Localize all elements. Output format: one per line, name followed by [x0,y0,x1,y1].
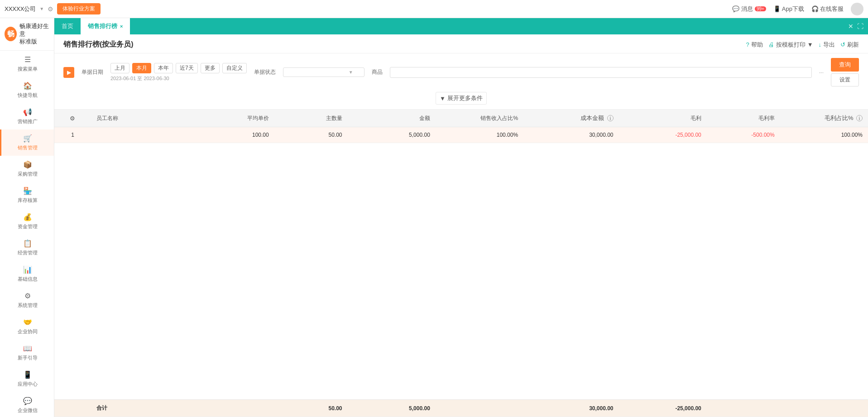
cell-rank: 1 [54,127,91,143]
sidebar-item-system[interactable]: ⚙ 系统管理 [0,287,54,313]
status-select[interactable]: ▼ [283,67,364,77]
sidebar-item-operations[interactable]: 📋 经营管理 [0,235,54,261]
tab-home[interactable]: 首页 [54,18,81,34]
last-month-btn[interactable]: 上月 [110,63,129,73]
inventory-icon: 🏪 [23,187,32,195]
footer-blank [54,400,91,417]
query-button[interactable]: 查询 [831,58,859,72]
refresh-button[interactable]: ↺ 刷新 [840,41,859,49]
tab-sales-ranking[interactable]: 销售排行榜 × [81,18,130,34]
export-icon: ↓ [819,41,822,48]
page-header: 销售排行榜(按业务员) ? 帮助 🖨 按模板打印 ▼ ↓ 导出 [54,34,868,53]
tab-bar: 首页 销售排行榜 × ✕ ⛶ [54,18,868,34]
goods-label: 商品 [372,68,383,76]
message-badge: 99+ [755,6,766,11]
app-center-icon: 📱 [23,370,32,379]
print-button[interactable]: 🖨 按模板打印 ▼ [768,41,813,49]
tab-actions: ✕ ⛶ [844,23,868,30]
this-year-btn[interactable]: 本年 [154,63,173,73]
sidebar-item-marketing[interactable]: 📢 营销推广 [0,103,54,129]
filter-bar: ▶ 单据日期 上月 本月 本年 近7天 更多 自定义 2023-06-01 至 … [54,53,868,110]
print-icon: 🖨 [768,41,774,48]
date-options: 上月 本月 本年 近7天 更多 自定义 [110,63,247,73]
expand-button[interactable]: ▼ 展开更多条件 [436,92,487,105]
page-content: 销售排行榜(按业务员) ? 帮助 🖨 按模板打印 ▼ ↓ 导出 [54,34,868,417]
sidebar-item-wechat[interactable]: 💬 企业微信 [0,392,54,417]
trial-button[interactable]: 体验行业方案 [57,3,101,14]
filter-more-icon[interactable]: ··· [819,69,824,76]
last7-btn[interactable]: 近7天 [176,63,198,73]
headset-icon: 🎧 [811,5,819,12]
marketing-icon: 📢 [23,108,32,116]
sidebar-item-quick-nav[interactable]: 🏠 快捷导航 [0,77,54,103]
th-avg-price: 平均单价 [201,110,274,127]
cell-gross: -25,000.00 [619,127,707,143]
footer-gross-rate [707,400,780,417]
company-name: XXXXX公司 [5,5,36,13]
table-footer: 合计 50.00 5,000.00 30,000.00 -25,000.00 [54,399,868,417]
sidebar-item-purchase[interactable]: 📦 采购管理 [0,156,54,182]
sidebar-item-basic-info[interactable]: 📊 基础信息 [0,261,54,287]
expand-icon: ▼ [440,95,446,102]
guide-icon: 📖 [23,344,32,353]
sidebar-item-enterprise[interactable]: 🤝 企业协同 [0,313,54,340]
top-bar-left: XXXXX公司 ▼ ⚙ 体验行业方案 [5,3,732,14]
sidebar-logo: 畅 畅康通好生意 标准版 [0,18,54,51]
table-header-row: ⚙ 员工名称 平均单价 主数量 金额 销售收入占比% 成本金额 ℹ 毛利 [54,110,868,127]
query-actions: 查询 设置 [831,58,859,86]
help-icon: ? [746,41,749,48]
operations-icon: 📋 [23,239,32,248]
online-service-btn[interactable]: 🎧 在线客服 [811,5,844,13]
cost-info-icon[interactable]: ℹ [607,115,614,121]
cell-total: 5,000.00 [348,127,436,143]
filter-toggle-button[interactable]: ▶ [63,67,74,78]
tab-close-icon[interactable]: × [120,24,123,29]
sidebar-item-inventory[interactable]: 🏪 库存核算 [0,182,54,208]
th-gross: 毛利 [619,110,707,127]
th-total: 金额 [348,110,436,127]
refresh-icon: ↺ [840,41,845,48]
custom-btn[interactable]: 自定义 [222,63,247,73]
app-download-btn[interactable]: 📱 App下载 [773,5,804,13]
sidebar-item-app-center[interactable]: 📱 应用中心 [0,366,54,392]
more-btn[interactable]: 更多 [201,63,220,73]
settings-button[interactable]: 设置 [831,73,859,86]
cell-cost: 30,000.00 [523,127,619,143]
cell-gross-rate: -500.00% [707,127,780,143]
enterprise-icon: 🤝 [23,318,32,326]
company-settings-icon[interactable]: ⚙ [48,5,53,13]
sidebar-item-sales[interactable]: 🛒 销售管理 [0,129,54,156]
sidebar-item-finance[interactable]: 💰 资金管理 [0,208,54,235]
sidebar-item-guide[interactable]: 📖 新手引导 [0,340,54,366]
print-dropdown-icon[interactable]: ▼ [807,41,813,48]
footer-sales-pct [436,400,523,417]
window-max-icon[interactable]: ⛶ [857,23,863,30]
window-close-icon[interactable]: ✕ [848,23,854,30]
th-gear-icon[interactable]: ⚙ [70,115,75,122]
logo-icon: 畅 [5,27,17,41]
content-area: 首页 销售排行榜 × ✕ ⛶ 销售排行榜(按业务员) ? 帮助 [54,18,868,417]
company-dropdown-icon[interactable]: ▼ [39,6,44,11]
goods-input[interactable] [390,67,812,78]
logo-text: 畅康通好生意 标准版 [19,23,49,46]
cell-gross-pct: 100.00% [780,127,868,143]
export-button[interactable]: ↓ 导出 [819,41,835,49]
main-layout: 畅 畅康通好生意 标准版 ☰ 搜索菜单 🏠 快捷导航 📢 营销推广 🛒 销售管理… [0,18,868,417]
cell-sales-pct: 100.00% [436,127,523,143]
avatar[interactable] [851,3,863,15]
help-button[interactable]: ? 帮助 [746,41,762,49]
th-gross-pct: 毛利占比% ℹ [780,110,868,127]
grosspct-info-icon[interactable]: ℹ [856,115,863,121]
sidebar-item-search-order[interactable]: ☰ 搜索菜单 [0,51,54,77]
th-qty: 主数量 [274,110,348,127]
message-area[interactable]: 💬 消息 99+ [732,5,766,13]
th-name: 员工名称 [91,110,201,127]
cell-name [91,127,201,143]
date-range-display: 2023-06-01 至 2023-06-30 [110,75,247,82]
footer-cost: 30,000.00 [523,400,619,417]
system-icon: ⚙ [24,292,31,300]
status-select-arrow: ▼ [349,70,353,75]
this-month-btn[interactable]: 本月 [132,63,151,73]
wechat-icon: 💬 [23,397,32,405]
cell-avg-price: 100.00 [201,127,274,143]
